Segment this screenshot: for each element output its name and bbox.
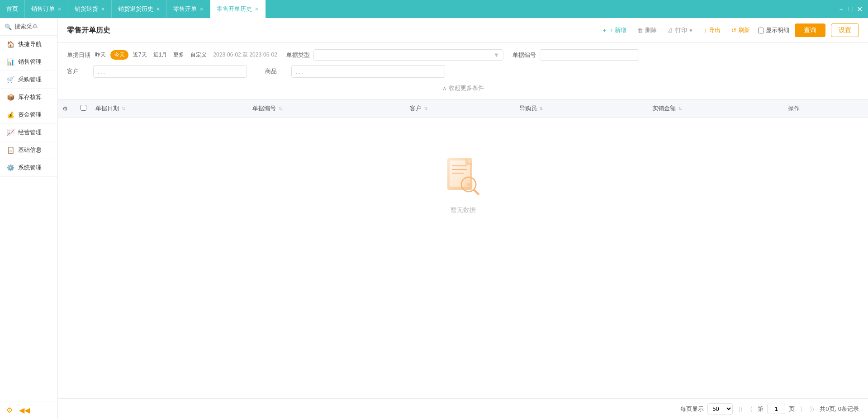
settings-bottom-icon[interactable]: ⚙ — [6, 406, 13, 414]
prev-page-button[interactable]: ⟨ — [748, 405, 754, 414]
th-amount-label: 实销金额 — [652, 105, 676, 112]
sidebar-item-finance[interactable]: 💰 资金管理 — [0, 106, 57, 124]
sidebar-item-purchase-mgmt-label: 采购管理 — [18, 75, 42, 84]
maximize-button[interactable]: □ — [849, 5, 853, 13]
date-btn-yesterday[interactable]: 昨天 — [93, 50, 108, 60]
product-select[interactable]: ... — [291, 65, 445, 78]
sidebar-item-basic-info-label: 基础信息 — [18, 146, 42, 154]
sidebar-item-sales-mgmt[interactable]: 📊 销售管理 — [0, 53, 57, 71]
doc-type-select[interactable]: ▼ — [313, 49, 503, 61]
customer-select[interactable]: ... — [93, 65, 247, 78]
date-btn-custom[interactable]: 自定义 — [189, 50, 209, 60]
filter-row-2: 客户 ... 商品 ... — [67, 65, 859, 78]
th-amount[interactable]: 实销金额 ⇅ — [648, 100, 783, 118]
nav-tab-sales-return[interactable]: 销货退货 ✕ — [68, 0, 112, 18]
collapse-sidebar-icon[interactable]: ◀◀ — [19, 406, 30, 414]
nav-tabs: 首页 销售订单 ✕ 销货退货 ✕ 销货退货历史 ✕ 零售开单 ✕ 零售开单历史 … — [0, 0, 832, 18]
th-salesperson-sort-icon: ⇅ — [539, 106, 543, 111]
nav-tab-retail-open-label: 零售开单 — [173, 5, 197, 13]
sales-mgmt-icon: 📊 — [6, 58, 14, 66]
sidebar-item-operations[interactable]: 📈 经营管理 — [0, 124, 57, 141]
collapse-bar[interactable]: ∧ 收起更多条件 — [67, 82, 859, 96]
product-label: 商品 — [265, 67, 288, 75]
sidebar-item-inventory[interactable]: 📦 库存核算 — [0, 89, 57, 106]
date-range-display: 2023-06-02 至 2023-06-02 — [213, 51, 277, 59]
th-amount-sort-icon: ⇅ — [678, 106, 682, 111]
close-retail-open-history-icon[interactable]: ✕ — [255, 6, 259, 12]
query-button[interactable]: 查询 — [795, 24, 825, 37]
next-page-button[interactable]: ⟩ — [798, 405, 804, 414]
nav-tab-home-label: 首页 — [6, 5, 18, 13]
date-btn-more[interactable]: 更多 — [171, 50, 186, 60]
page-title: 零售开单历史 — [67, 26, 110, 35]
pagination-bar: 每页显示 20 50 100 200 ⟨⟨ ⟨ 第 页 ⟩ ⟩⟩ 共0页, 0条… — [58, 398, 868, 419]
sidebar-item-sys-mgmt[interactable]: ⚙️ 系统管理 — [0, 159, 57, 177]
print-button[interactable]: 🖨 打印 ▼ — [665, 24, 696, 36]
close-sales-return-history-icon[interactable]: ✕ — [156, 6, 160, 12]
add-button[interactable]: ＋ + 新增 — [599, 24, 629, 36]
page-number-input[interactable] — [767, 404, 785, 414]
page-header: 零售开单历史 ＋ + 新增 🗑 删除 🖨 打印 ▼ ↑ 导出 — [58, 18, 868, 43]
table-header: ⚙ 单据日期 ⇅ 单据编号 ⇅ — [58, 100, 868, 118]
doc-no-filter-group: 单据编号 — [512, 49, 639, 61]
svg-line-7 — [474, 190, 479, 194]
doc-no-label: 单据编号 — [512, 51, 536, 59]
refresh-button[interactable]: ↺ 刷新 — [729, 24, 753, 36]
first-page-button[interactable]: ⟨⟨ — [736, 405, 745, 414]
nav-tab-sales-return-history[interactable]: 销货退货历史 ✕ — [112, 0, 167, 18]
th-actions-label: 操作 — [788, 105, 800, 112]
page-size-select[interactable]: 20 50 100 200 — [707, 403, 733, 414]
minimize-button[interactable]: － — [838, 5, 845, 14]
sidebar-item-quick-nav[interactable]: 🏠 快捷导航 — [0, 36, 57, 53]
empty-state-illustration — [441, 154, 486, 199]
date-btn-month[interactable]: 近1月 — [152, 50, 169, 60]
sidebar-item-operations-label: 经营管理 — [18, 128, 42, 137]
display-detail-toggle[interactable]: 显示明细 — [758, 26, 789, 34]
display-detail-label: 显示明细 — [766, 26, 789, 34]
nav-tab-retail-open-history[interactable]: 零售开单历史 ✕ — [210, 0, 266, 18]
inventory-icon: 📦 — [6, 93, 14, 101]
close-sales-return-icon[interactable]: ✕ — [101, 6, 105, 12]
sidebar-item-quick-nav-label: 快捷导航 — [18, 40, 42, 48]
table-settings-icon[interactable]: ⚙ — [62, 105, 68, 112]
date-filter-btns: 昨天 今天 近7天 近1月 更多 自定义 — [93, 50, 209, 60]
date-btn-week[interactable]: 近7天 — [131, 50, 149, 60]
doc-no-input[interactable] — [540, 49, 639, 61]
sidebar-item-finance-label: 资金管理 — [18, 111, 42, 119]
sidebar-item-basic-info[interactable]: 📋 基础信息 — [0, 141, 57, 159]
close-window-button[interactable]: ✕ — [857, 5, 863, 14]
total-info: 共0页, 0条记录 — [820, 405, 859, 413]
product-dots: ... — [295, 67, 304, 75]
collapse-up-icon: ∧ — [442, 85, 447, 92]
th-docno[interactable]: 单据编号 ⇅ — [248, 100, 405, 118]
delete-button[interactable]: 🗑 删除 — [635, 24, 659, 36]
select-all-checkbox[interactable] — [81, 105, 86, 111]
export-label: 导出 — [709, 26, 721, 34]
sidebar-bottom: ⚙ ◀◀ — [0, 401, 57, 419]
close-sales-order-icon[interactable]: ✕ — [57, 6, 62, 12]
export-button[interactable]: ↑ 导出 — [702, 24, 724, 36]
add-label: + 新增 — [609, 26, 626, 34]
print-dropdown-icon: ▼ — [689, 28, 693, 33]
date-btn-today[interactable]: 今天 — [110, 50, 128, 60]
product-filter-group: 商品 ... — [265, 65, 445, 78]
display-detail-checkbox[interactable] — [758, 28, 764, 33]
doc-type-label: 单据类型 — [286, 51, 310, 59]
window-controls: － □ ✕ — [832, 5, 868, 14]
th-docno-label: 单据编号 — [252, 105, 276, 112]
th-salesperson[interactable]: 导购员 ⇅ — [515, 100, 648, 118]
nav-tab-sales-order[interactable]: 销售订单 ✕ — [25, 0, 68, 18]
sidebar-search[interactable]: 🔍 搜索采单 — [0, 18, 57, 36]
nav-tab-retail-open[interactable]: 零售开单 ✕ — [167, 0, 210, 18]
th-customer-label: 客户 — [410, 105, 422, 112]
sidebar-item-purchase-mgmt[interactable]: 🛒 采购管理 — [0, 71, 57, 89]
nav-tab-home[interactable]: 首页 — [0, 0, 25, 18]
close-retail-open-icon[interactable]: ✕ — [199, 6, 204, 12]
th-date[interactable]: 单据日期 ⇅ — [91, 100, 248, 118]
last-page-button[interactable]: ⟩⟩ — [808, 405, 816, 414]
th-docno-sort-icon: ⇅ — [279, 106, 282, 111]
th-customer-sort-icon: ⇅ — [424, 106, 427, 111]
setting-button[interactable]: 设置 — [831, 24, 859, 37]
th-customer[interactable]: 客户 ⇅ — [405, 100, 515, 118]
delete-icon: 🗑 — [637, 27, 643, 34]
